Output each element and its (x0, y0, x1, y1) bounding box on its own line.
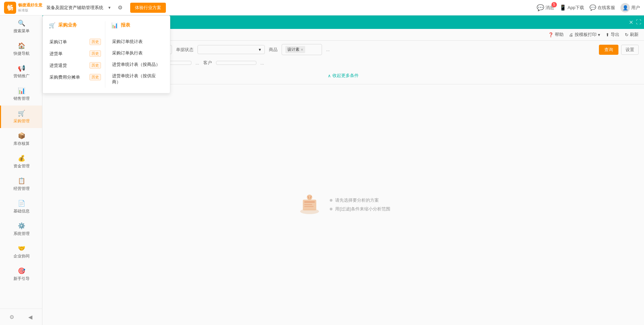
dropdown-item-order-stats[interactable]: 采购订单统计表 (111, 36, 165, 47)
dropdown-item-return[interactable]: 进货退货 历史 (48, 59, 102, 71)
report-header-icon: 📊 (111, 21, 119, 29)
dropdown-item-inbound-stats-supplier[interactable]: 进货单统计表（按供应商） (111, 70, 165, 88)
system-title: 装备及固定资产辅助管理系统 (46, 5, 103, 11)
brand-logo: 畅 (4, 2, 16, 14)
dropdown-item-inbound-stats-goods[interactable]: 进货单统计表（按商品） (111, 59, 165, 70)
dropdown-item-inbound[interactable]: 进货单 历史 (48, 48, 102, 59)
dropdown-item-order-exec[interactable]: 采购订单执行表 (111, 47, 165, 59)
purchase-header-icon: 🛒 (48, 21, 56, 29)
system-settings-btn[interactable]: ⚙ (115, 3, 125, 12)
history-badge-0: 历史 (90, 39, 101, 45)
industry-btn[interactable]: 体验行业方案 (130, 3, 166, 13)
dropdown-purchase-header: 🛒 采购业务 (48, 21, 102, 32)
brand-text: 畅捷通好生意 标准版 (18, 3, 42, 12)
dropdown-report-col: 📊 报表 采购订单统计表 采购订单执行表 进货单统计表（按商品） 进货单统计表（… (105, 21, 165, 88)
user-avatar: 👤 (620, 3, 630, 12)
dropdown-purchase-col: 🛒 采购业务 采购订单 历史 进货单 历史 进货退货 历史 采购费用分摊单 历史 (48, 21, 102, 88)
history-badge-1: 历史 (90, 50, 101, 57)
dropdown-item-expense[interactable]: 采购费用分摊单 历史 (48, 71, 102, 83)
history-badge-3: 历史 (90, 74, 101, 80)
user-btn[interactable]: 👤 用户 (620, 3, 640, 12)
online-service-btn[interactable]: 💬 在线客服 (589, 4, 615, 11)
app-download-btn[interactable]: 📱 App下载 (560, 4, 584, 11)
nav-right: 💬 5 消息 📱 App下载 💬 在线客服 👤 用户 (537, 3, 640, 12)
system-dropdown-btn[interactable]: ▾ (106, 4, 113, 11)
nav-title-area: 装备及固定资产辅助管理系统 ▾ ⚙ 体验行业方案 (46, 3, 537, 13)
messages-btn[interactable]: 💬 5 消息 (537, 4, 554, 11)
dropdown-item-purchase-order[interactable]: 采购订单 历史 (48, 36, 102, 48)
purchase-dropdown-menu: 🛒 采购业务 采购订单 历史 进货单 历史 进货退货 历史 采购费用分摊单 历史… (42, 15, 170, 93)
top-navbar: 畅 畅捷通好生意 标准版 装备及固定资产辅助管理系统 ▾ ⚙ 体验行业方案 💬 … (0, 0, 644, 15)
history-badge-2: 历史 (90, 62, 101, 69)
dropdown-report-header: 📊 报表 (111, 21, 165, 32)
brand-area: 畅 畅捷通好生意 标准版 (4, 2, 46, 14)
